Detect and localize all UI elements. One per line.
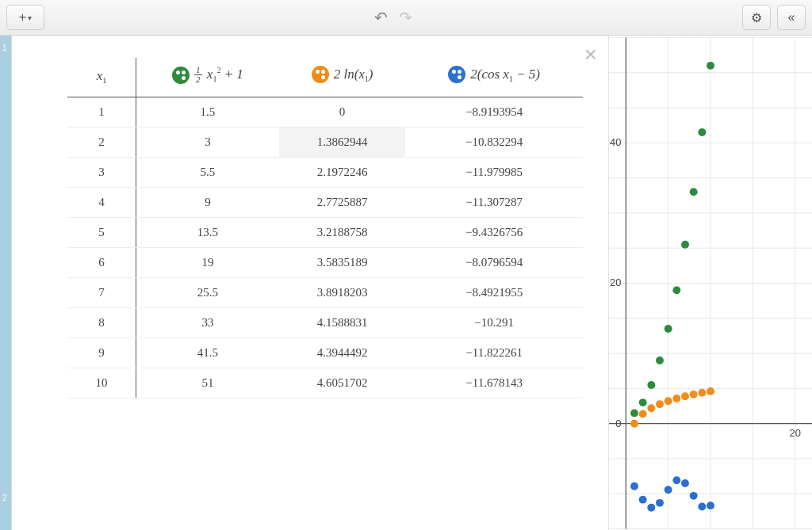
redo-button[interactable]: ↷	[399, 8, 412, 27]
table-row[interactable]: 941.54.3944492−11.822261	[67, 337, 583, 368]
table-cell[interactable]: −11.979985	[405, 157, 583, 187]
table-cell[interactable]: 3.5835189	[279, 247, 405, 277]
svg-point-31	[672, 286, 680, 294]
table-row[interactable]: 6193.5835189−8.0796594	[67, 247, 583, 277]
svg-point-43	[690, 391, 698, 398]
table-cell[interactable]: 4.1588831	[279, 307, 405, 337]
table-cell[interactable]: 3.2188758	[279, 217, 405, 247]
svg-point-53	[690, 492, 698, 500]
svg-point-29	[656, 357, 664, 364]
table-cell[interactable]: 19	[136, 247, 279, 277]
table-cell[interactable]: 3.8918203	[279, 277, 405, 307]
table-cell[interactable]: −8.9193954	[405, 97, 583, 127]
table-cell[interactable]: 51	[136, 368, 279, 398]
table-cell[interactable]: 4.3944492	[279, 337, 405, 368]
svg-point-33	[690, 188, 698, 196]
scatter-plot[interactable]: 4020020	[609, 36, 812, 530]
col-header-x[interactable]: x1	[67, 58, 136, 97]
svg-point-28	[647, 381, 655, 389]
table-panel: × x1 12 x12 + 1	[12, 36, 609, 530]
table-cell[interactable]: 3	[136, 127, 279, 157]
table-cell[interactable]: 8	[67, 307, 136, 337]
table-cell[interactable]: 2	[67, 127, 136, 157]
table-row[interactable]: 35.52.1972246−11.979985	[67, 157, 583, 187]
table-cell[interactable]: −11.678143	[405, 368, 583, 398]
plus-icon: +	[19, 10, 26, 25]
table-cell[interactable]: −10.291	[405, 307, 583, 337]
table-cell[interactable]: 5	[67, 217, 136, 247]
table-cell[interactable]: 1	[67, 97, 136, 127]
table-cell[interactable]: 1.5	[136, 97, 279, 127]
table-cell[interactable]: −9.4326756	[405, 217, 583, 247]
svg-point-34	[698, 128, 706, 136]
table-row[interactable]: 231.3862944−10.832294	[67, 127, 583, 157]
svg-point-54	[698, 502, 706, 510]
expression-index-gutter: 1 2	[0, 36, 12, 530]
table-cell[interactable]: −11.822261	[405, 337, 583, 368]
svg-point-42	[681, 392, 689, 400]
table-cell[interactable]: 2.7725887	[279, 187, 405, 217]
col-header-y3[interactable]: 2(cos x1 − 5)	[405, 58, 583, 97]
table-cell[interactable]: −10.832294	[405, 127, 583, 157]
table-cell[interactable]: 6	[67, 247, 136, 277]
table-cell[interactable]: 1.3862944	[279, 127, 405, 157]
svg-point-49	[656, 499, 664, 507]
svg-point-30	[665, 325, 672, 333]
table-row[interactable]: 8334.1588831−10.291	[67, 307, 583, 337]
graph-area[interactable]: 4020020	[609, 36, 812, 530]
table-cell[interactable]: 13.5	[136, 217, 279, 247]
table-row[interactable]: 513.53.2188758−9.4326756	[67, 217, 583, 247]
expression-index[interactable]: 1	[2, 44, 7, 52]
svg-point-45	[707, 387, 714, 395]
table-cell[interactable]: 0	[279, 97, 405, 127]
table-cell[interactable]: 41.5	[136, 337, 279, 368]
history-controls: ↶ ↷	[374, 8, 412, 27]
expression-index[interactable]: 2	[2, 494, 7, 502]
gear-icon: ⚙	[751, 10, 762, 25]
data-table: x1 12 x12 + 1 2 ln(x1)	[67, 58, 583, 398]
table-cell[interactable]: 25.5	[136, 277, 279, 307]
add-expression-button[interactable]: + ▾	[6, 5, 44, 30]
table-cell[interactable]: 5.5	[136, 157, 279, 187]
table-cell[interactable]: 2.1972246	[279, 157, 405, 187]
main: 1 2 × x1 12 x12 + 1	[0, 36, 812, 530]
svg-point-47	[639, 496, 647, 504]
svg-point-32	[681, 241, 689, 249]
svg-point-48	[647, 504, 655, 512]
table-cell[interactable]: 4	[67, 187, 136, 217]
table-cell[interactable]: −8.4921955	[405, 277, 583, 307]
table-cell[interactable]: −8.0796594	[405, 247, 583, 277]
svg-point-52	[681, 479, 689, 487]
table-row[interactable]: 725.53.8918203−8.4921955	[67, 277, 583, 307]
table-cell[interactable]: 7	[67, 277, 136, 307]
table-row[interactable]: 492.7725887−11.307287	[67, 187, 583, 217]
table-cell[interactable]: 33	[136, 307, 279, 337]
table-cell[interactable]: 3	[67, 157, 136, 187]
collapse-panel-button[interactable]: «	[777, 5, 806, 30]
settings-button[interactable]: ⚙	[742, 5, 771, 30]
svg-point-36	[630, 420, 638, 428]
col-header-y2[interactable]: 2 ln(x1)	[279, 58, 405, 97]
table-cell[interactable]: 9	[136, 187, 279, 217]
svg-point-41	[672, 395, 680, 402]
svg-text:0: 0	[615, 418, 621, 429]
svg-point-46	[630, 482, 638, 490]
table-row[interactable]: 10514.6051702−11.678143	[67, 368, 583, 398]
svg-text:40: 40	[610, 136, 621, 148]
svg-point-38	[647, 404, 655, 412]
col-header-y1[interactable]: 12 x12 + 1	[136, 58, 279, 97]
close-button[interactable]: ×	[584, 44, 597, 66]
table-row[interactable]: 11.50−8.9193954	[67, 97, 583, 127]
table-cell[interactable]: 9	[67, 337, 136, 368]
svg-point-40	[665, 397, 672, 405]
series-badge-icon	[448, 66, 465, 83]
svg-point-39	[656, 400, 664, 408]
svg-point-26	[630, 409, 638, 417]
table-cell[interactable]: −11.307287	[405, 187, 583, 217]
table-cell[interactable]: 10	[67, 368, 136, 398]
table-cell[interactable]: 4.6051702	[279, 368, 405, 398]
undo-button[interactable]: ↶	[374, 8, 388, 27]
series-badge-icon	[312, 66, 329, 83]
chevron-double-left-icon: «	[788, 10, 795, 25]
chevron-down-icon: ▾	[28, 13, 32, 22]
